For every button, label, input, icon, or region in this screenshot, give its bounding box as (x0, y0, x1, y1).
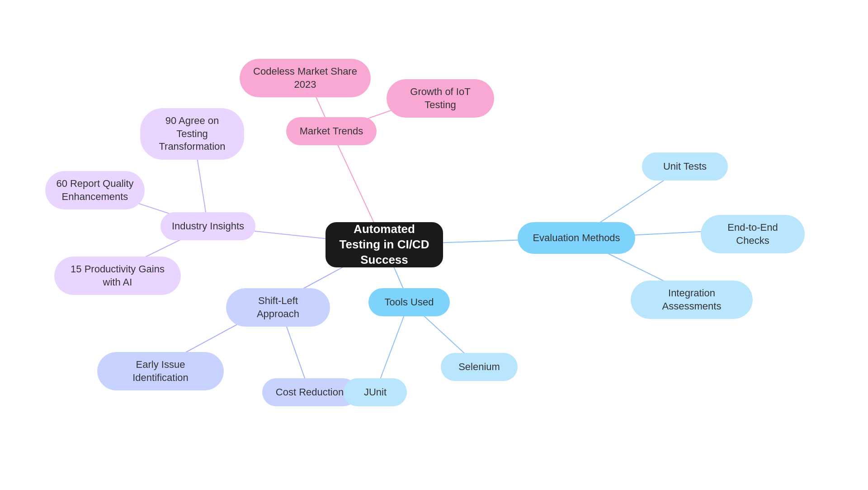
early-issue-node: Early Issue Identification (97, 352, 224, 390)
center-node: Automated Testing in CI/CD Success (326, 222, 443, 267)
shift-left-node: Shift-Left Approach (226, 288, 330, 327)
market-trends-node: Market Trends (286, 117, 377, 145)
productivity-gains-node: 15 Productivity Gains with AI (54, 257, 181, 295)
industry-insights-node: Industry Insights (160, 212, 255, 240)
unit-tests-node: Unit Tests (642, 152, 728, 181)
growth-iot-node: Growth of IoT Testing (387, 79, 494, 118)
integration-assessments-node: Integration Assessments (631, 281, 753, 319)
tools-used-node: Tools Used (368, 288, 450, 316)
end-to-end-node: End-to-End Checks (701, 215, 805, 253)
mindmap-container: Automated Testing in CI/CD Success Marke… (0, 0, 868, 490)
junit-node: JUnit (344, 378, 407, 406)
selenium-node: Selenium (441, 353, 518, 381)
report-quality-node: 60 Report Quality Enhancements (45, 171, 145, 209)
agree-transformation-node: 90 Agree on Testing Transformation (140, 108, 244, 160)
cost-reduction-node: Cost Reduction (262, 378, 357, 406)
evaluation-methods-node: Evaluation Methods (518, 222, 635, 254)
codeless-market-node: Codeless Market Share 2023 (240, 59, 371, 97)
